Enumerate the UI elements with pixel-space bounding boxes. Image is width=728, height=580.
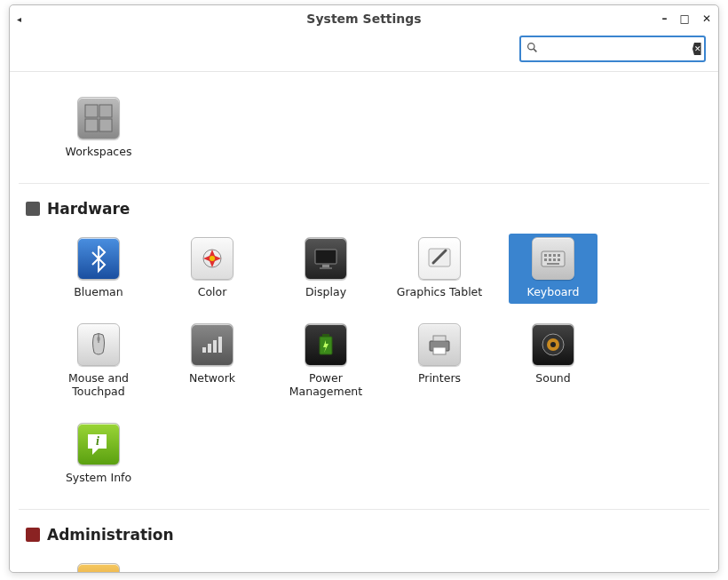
workspaces-icon (77, 97, 120, 139)
svg-rect-10 (320, 267, 332, 269)
window-title: System Settings (10, 12, 718, 26)
svg-rect-27 (213, 340, 217, 353)
toolbar (10, 32, 718, 71)
sysinfo-icon: i (77, 423, 120, 465)
item-power-management[interactable]: Power Management (281, 320, 370, 403)
svg-point-36 (550, 342, 556, 347)
section-hardware: Hardware Blueman Color (10, 193, 718, 489)
users-icon (77, 563, 120, 572)
app-menu-icon[interactable]: ◂ (17, 14, 21, 24)
content-scroll[interactable]: Workspaces Hardware Blueman (10, 71, 718, 572)
svg-rect-20 (553, 258, 556, 261)
item-color[interactable]: Color (168, 234, 257, 304)
svg-rect-18 (544, 258, 547, 261)
svg-rect-16 (553, 254, 556, 257)
item-label: Keyboard (527, 285, 580, 298)
item-sound[interactable]: Sound (509, 320, 597, 403)
item-label: Sound (535, 371, 570, 385)
section-header-administration: Administration (19, 519, 709, 549)
titlebar: ◂ System Settings – □ ✕ (10, 5, 718, 32)
item-label: Graphics Tablet (397, 285, 482, 298)
item-mouse-touchpad[interactable]: Mouse and Touchpad (54, 320, 143, 403)
item-label: Color (198, 285, 227, 298)
item-label: Display (305, 285, 346, 298)
item-blueman[interactable]: Blueman (54, 234, 143, 304)
svg-rect-15 (549, 254, 551, 257)
item-label: Printers (418, 371, 461, 385)
window-controls: – □ ✕ (662, 12, 711, 25)
svg-rect-4 (85, 119, 98, 131)
svg-text:i: i (96, 434, 99, 448)
svg-rect-5 (99, 119, 112, 131)
maximize-button[interactable]: □ (680, 12, 690, 25)
item-label: Mouse and Touchpad (54, 371, 143, 398)
section-top: Workspaces (10, 72, 718, 163)
svg-rect-33 (433, 347, 446, 354)
search-input[interactable] (543, 43, 692, 56)
item-printers[interactable]: Printers (395, 320, 484, 403)
svg-rect-3 (99, 105, 112, 117)
item-workspaces[interactable]: Workspaces (54, 93, 143, 163)
item-system-info[interactable]: i System Info (54, 419, 143, 489)
svg-point-7 (210, 256, 215, 261)
svg-rect-28 (218, 337, 222, 353)
keyboard-icon (532, 237, 574, 280)
item-label: Blueman (74, 285, 123, 298)
bluetooth-icon (77, 237, 120, 280)
svg-rect-8 (315, 250, 336, 264)
svg-rect-2 (85, 105, 98, 117)
svg-rect-17 (558, 254, 560, 257)
svg-line-1 (534, 49, 536, 52)
mouse-icon (77, 323, 120, 366)
svg-rect-19 (549, 258, 551, 261)
close-button[interactable]: ✕ (702, 12, 711, 25)
item-display[interactable]: Display (281, 234, 370, 304)
administration-category-icon (26, 528, 40, 542)
svg-rect-26 (208, 344, 211, 353)
divider (19, 183, 709, 184)
search-field[interactable] (519, 36, 706, 62)
svg-rect-25 (202, 347, 206, 353)
item-label: Workspaces (66, 145, 132, 158)
section-title: Administration (47, 526, 174, 544)
svg-rect-9 (322, 265, 329, 267)
item-label: Power Management (281, 371, 370, 398)
item-users-groups[interactable]: Users and Groups (54, 560, 143, 572)
item-graphics-tablet[interactable]: Graphics Tablet (395, 234, 484, 304)
section-title: Hardware (47, 200, 130, 218)
clear-search-icon[interactable] (692, 43, 701, 55)
sound-icon (532, 323, 574, 366)
network-icon (191, 323, 233, 366)
svg-rect-32 (433, 336, 446, 341)
hardware-category-icon (26, 202, 40, 216)
svg-rect-22 (547, 263, 559, 265)
item-network[interactable]: Network (168, 320, 257, 403)
svg-rect-14 (544, 254, 547, 257)
section-header-hardware: Hardware (19, 193, 709, 223)
settings-window: ◂ System Settings – □ ✕ (9, 4, 719, 573)
item-label: Network (189, 371, 235, 385)
color-icon (191, 237, 233, 280)
divider (19, 509, 709, 510)
printers-icon (418, 323, 461, 366)
svg-rect-24 (98, 337, 100, 341)
search-icon (526, 42, 538, 56)
tablet-icon (418, 237, 461, 280)
minimize-button[interactable]: – (662, 12, 668, 25)
svg-point-0 (528, 44, 534, 50)
svg-rect-30 (322, 334, 329, 337)
item-keyboard[interactable]: Keyboard (509, 234, 597, 304)
power-icon (305, 323, 347, 366)
item-label: System Info (66, 471, 131, 484)
svg-rect-21 (558, 258, 560, 261)
display-icon (305, 237, 347, 280)
section-administration: Administration Users and Groups (10, 519, 718, 572)
